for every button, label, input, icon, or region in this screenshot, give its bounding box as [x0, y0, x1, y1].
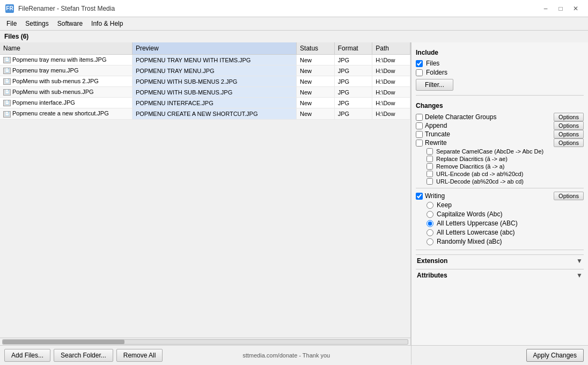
cell-status: New [297, 55, 335, 65]
radio-row-4: Randomly Mixed (aBc) [427, 238, 584, 245]
change-checkbox-3[interactable] [416, 140, 423, 147]
writing-checkbox[interactable] [416, 193, 423, 200]
radio-group: Keep Capitalize Words (Abc) All Letters … [427, 201, 584, 245]
close-button[interactable]: ✕ [569, 3, 583, 14]
cell-status: New [297, 87, 335, 98]
cell-preview: POPMENU WITH SUB-MENUS 2.JPG [132, 76, 296, 87]
attributes-row[interactable]: Attributes ▼ [416, 269, 584, 281]
cell-format: JPG [334, 65, 372, 76]
files-table: Name Preview Status Format Path 📄Popmenu… [0, 42, 410, 120]
menu-file[interactable]: File [2, 18, 21, 29]
change-checkbox-2[interactable] [416, 131, 423, 138]
file-table[interactable]: Name Preview Status Format Path 📄Popmenu… [0, 42, 410, 338]
changes-label: Changes [416, 102, 584, 110]
search-folder-button[interactable]: Search Folder... [54, 349, 113, 362]
folders-checkbox[interactable] [416, 69, 423, 76]
cell-name: 📄Popmenu tray menu with items.JPG [0, 55, 132, 65]
menu-info-help[interactable]: Info & Help [87, 18, 127, 29]
change-label-2: Truncate [425, 130, 552, 138]
menu-software[interactable]: Software [53, 18, 87, 29]
writing-options-button[interactable]: Options [554, 192, 584, 200]
right-panel: Include Files Folders Filter... Changes … [411, 42, 588, 345]
cell-path: H:\Dow [372, 65, 410, 76]
bottom-right: Apply Changes [411, 346, 588, 364]
radio-row-2: All Letters Uppercase (ABC) [427, 220, 584, 227]
apply-changes-button[interactable]: Apply Changes [526, 349, 584, 362]
radio-option-2[interactable] [427, 220, 433, 227]
sub-option-label-3: URL-Encode (ab cd -> ab%20cd) [436, 171, 523, 177]
radio-option-4[interactable] [427, 238, 433, 245]
change-options-button-3[interactable]: Options [554, 138, 584, 147]
files-checkbox[interactable] [416, 60, 423, 67]
sub-option-checkbox-0[interactable] [427, 148, 433, 155]
title-bar-buttons: – □ ✕ [539, 3, 583, 14]
scroll-thumb[interactable] [3, 340, 124, 344]
radio-option-3[interactable] [427, 229, 433, 236]
radio-option-1[interactable] [427, 211, 433, 218]
change-checkbox-1[interactable] [416, 122, 423, 129]
cell-status: New [297, 108, 335, 119]
sub-option-checkbox-3[interactable] [427, 171, 433, 177]
col-status: Status [297, 42, 335, 55]
cell-name: 📄PopMenu with sub-menus.JPG [0, 87, 132, 98]
maximize-button[interactable]: □ [554, 3, 568, 14]
content-area: Name Preview Status Format Path 📄Popmenu… [0, 42, 588, 345]
col-preview: Preview [132, 42, 296, 55]
radio-option-0[interactable] [427, 202, 433, 209]
files-label: Files [426, 60, 439, 67]
table-row[interactable]: 📄Popmenu create a new shortcut.JPG POPME… [0, 108, 410, 119]
change-options-button-2[interactable]: Options [554, 130, 584, 138]
radio-label-1: Capitalize Words (Abc) [437, 210, 502, 218]
change-checkbox-0[interactable] [416, 114, 423, 121]
sub-option-3: URL-Encode (ab cd -> ab%20cd) [427, 171, 584, 177]
left-panel: Name Preview Status Format Path 📄Popmenu… [0, 42, 411, 345]
change-options-button-0[interactable]: Options [554, 113, 584, 121]
sub-option-1: Replace Diacritics (ā -> ae) [427, 156, 584, 162]
scroll-track[interactable] [2, 339, 408, 345]
radio-label-3: All Letters Lowercase (abc) [437, 229, 514, 236]
cell-format: JPG [334, 98, 372, 108]
sub-option-0: Separate CamelCase (AbcDe -> Abc De) [427, 148, 584, 155]
remove-all-button[interactable]: Remove All [116, 349, 163, 362]
folders-label: Folders [426, 69, 447, 76]
radio-label-0: Keep [437, 201, 452, 209]
changes-section: Delete Character Groups Options Append O… [416, 113, 584, 245]
minimize-button[interactable]: – [539, 3, 553, 14]
add-files-button[interactable]: Add Files... [4, 349, 50, 362]
table-row[interactable]: 📄PopMenu with sub-menus 2.JPG POPMENU WI… [0, 76, 410, 87]
change-rows-container: Delete Character Groups Options Append O… [416, 113, 584, 147]
change-row-1: Append Options [416, 121, 584, 130]
filter-button[interactable]: Filter... [416, 79, 453, 91]
cell-status: New [297, 65, 335, 76]
radio-row-0: Keep [427, 201, 584, 209]
menu-settings[interactable]: Settings [21, 18, 53, 29]
cell-path: H:\Dow [372, 76, 410, 87]
radio-label-4: Randomly Mixed (aBc) [437, 238, 502, 245]
table-row[interactable]: 📄Popmenu interface.JPG POPMENU INTERFACE… [0, 98, 410, 108]
horizontal-scrollbar[interactable] [0, 338, 410, 345]
sub-option-checkbox-4[interactable] [427, 178, 433, 185]
sub-option-2: Remove Diacritics (ā -> a) [427, 163, 584, 170]
include-section: Files Folders Filter... [416, 60, 584, 91]
divider-3 [416, 250, 584, 250]
writing-row: Writing Options [416, 192, 584, 200]
cell-format: JPG [334, 87, 372, 98]
folders-checkbox-row: Folders [416, 69, 584, 76]
bottom-left: Add Files... Search Folder... Remove All… [0, 346, 411, 364]
cell-preview: POPMENU TRAY MENU.JPG [132, 65, 296, 76]
cell-format: JPG [334, 76, 372, 87]
files-header: Files (6) [0, 31, 588, 42]
change-row-3: Rewrite Options [416, 138, 584, 147]
table-row[interactable]: 📄Popmenu tray menu.JPG POPMENU TRAY MENU… [0, 65, 410, 76]
sub-option-checkbox-2[interactable] [427, 163, 433, 170]
extension-label: Extension [417, 257, 447, 265]
sub-option-checkbox-1[interactable] [427, 156, 433, 162]
extension-row[interactable]: Extension ▼ [416, 254, 584, 267]
change-label-0: Delete Character Groups [425, 113, 552, 121]
divider-1 [416, 95, 584, 96]
cell-preview: POPMENU CREATE A NEW SHORTCUT.JPG [132, 108, 296, 119]
table-row[interactable]: 📄PopMenu with sub-menus.JPG POPMENU WITH… [0, 87, 410, 98]
table-row[interactable]: 📄Popmenu tray menu with items.JPG POPMEN… [0, 55, 410, 65]
change-options-button-1[interactable]: Options [554, 121, 584, 130]
radio-row-1: Capitalize Words (Abc) [427, 210, 584, 218]
